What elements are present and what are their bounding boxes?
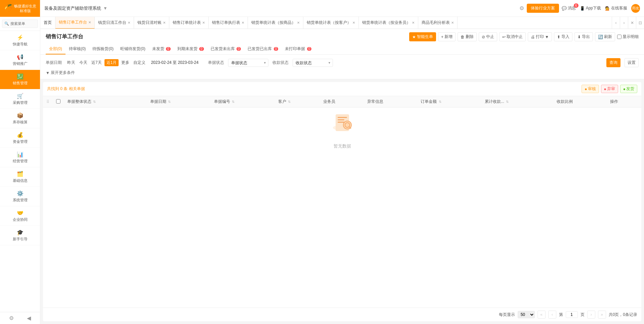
approve-button[interactable]: ● 审核 — [582, 85, 599, 93]
suspend-button[interactable]: ⊘ 中止 — [479, 32, 497, 41]
select-all-checkbox[interactable] — [56, 99, 60, 104]
sort-date-icon[interactable]: ⇅ — [168, 100, 171, 104]
sub-tab-shipped-not-out[interactable]: 已发货未出库 0 — [207, 44, 245, 54]
collapse-sidebar-icon[interactable]: ◀ — [27, 315, 31, 321]
tab-close-shipment-stats-staff[interactable]: ✕ — [412, 21, 415, 25]
sub-tab-shipped-out[interactable]: 已发货已出库 0 — [244, 44, 282, 54]
topbar-settings-icon[interactable]: ⚙ — [519, 5, 524, 11]
tab-cash-reconcile[interactable]: 钱货日清对账 ✕ — [134, 17, 169, 29]
sub-tab-pending-check[interactable]: 待拣验货(0) — [89, 44, 117, 54]
delete-button[interactable]: 🗑 删除 — [458, 32, 477, 41]
sidebar-item-marketing[interactable]: 📢 营销推广 — [0, 50, 40, 70]
tab-close-shipment-stats-customer[interactable]: ✕ — [352, 21, 355, 25]
sub-tabs: 全部(0) 待审核(0) 待拣验货(0) 旺铺待发货(0) 未发货 0 到期未发… — [46, 44, 639, 54]
tab-home[interactable]: 首页 — [40, 17, 55, 29]
date-yesterday[interactable]: 昨天 — [66, 59, 77, 66]
date-custom[interactable]: 自定义 — [132, 59, 147, 66]
pagination: 每页显示 50 10 20 100 « ‹ 第 页 › » 共0页，0条记录 — [43, 308, 641, 321]
sort-customer-icon[interactable]: ⇅ — [288, 100, 291, 104]
sort-number-icon[interactable]: ⇅ — [232, 100, 234, 104]
sub-tab-not-printed[interactable]: 未打印单据 0 — [282, 44, 315, 54]
sidebar-item-inventory[interactable]: 📦 库存核算 — [0, 109, 40, 128]
sub-tab-wangpu[interactable]: 旺铺待发货(0) — [117, 44, 149, 54]
tab-scroll-left-icon[interactable]: ‹ — [612, 17, 620, 29]
tab-close-sales-workbench[interactable]: ✕ — [88, 21, 91, 24]
topbar-message[interactable]: 💬 消息 6 — [562, 5, 576, 11]
tab-close-cash-reconcile[interactable]: ✕ — [163, 21, 166, 25]
sort-amount-icon[interactable]: ⇅ — [439, 100, 441, 104]
page-last-btn[interactable]: » — [598, 311, 606, 319]
tab-sales-exec[interactable]: 销售订单执行表 ✕ — [209, 17, 248, 29]
refresh-icon: 🔄 — [598, 35, 603, 39]
sidebar-item-enterprise[interactable]: 🤝 企业协同 — [0, 206, 40, 226]
industry-btn[interactable]: 体验行业方案 — [527, 4, 559, 13]
tab-gross-margin[interactable]: 商品毛利分析表 ✕ — [418, 17, 458, 29]
export-button[interactable]: ⬇ 导出 — [574, 32, 593, 41]
chevron-down-icon: ▼ — [46, 71, 50, 75]
tab-close-shipment-stats-product[interactable]: ✕ — [297, 21, 300, 25]
content-count: 共找到 0 条 相关单据 — [47, 86, 85, 92]
inventory-icon: 📦 — [17, 112, 24, 119]
topbar-user[interactable]: 用友 — [631, 4, 640, 13]
sort-collected-icon[interactable]: ⇅ — [506, 100, 509, 104]
add-button[interactable]: + 新增 — [438, 32, 456, 41]
page-first-btn[interactable]: « — [538, 311, 546, 319]
sidebar-item-system[interactable]: ⚙️ 系统管理 — [0, 187, 40, 206]
smart-create-button[interactable]: ★ 智能生单 — [409, 32, 436, 41]
tab-close-cash-daily[interactable]: ✕ — [128, 21, 130, 25]
tab-scroll-right-icon[interactable]: › — [620, 17, 628, 29]
date-last7[interactable]: 近7天 — [90, 59, 103, 66]
settings-filter-button[interactable]: 设置 — [625, 58, 639, 67]
page-size-select[interactable]: 50 10 20 100 — [518, 311, 535, 318]
show-detail-checkbox-wrap[interactable]: 显示明细 — [617, 34, 639, 40]
sub-tab-pending-review[interactable]: 待审核(0) — [66, 44, 89, 54]
status-select[interactable]: 单据状态 — [228, 59, 268, 67]
query-button[interactable]: 查询 — [606, 58, 620, 67]
expand-conditions-btn[interactable]: ▼ 展开更多条件 — [46, 70, 639, 76]
search-menu-button[interactable]: 🔍 搜索菜单 — [2, 19, 38, 28]
tab-close-sales-stats[interactable]: ✕ — [202, 21, 205, 25]
sidebar-item-finance[interactable]: 💰 资金管理 — [0, 128, 40, 148]
tab-shipment-stats-customer[interactable]: 销货单统计表（按客户） ✕ — [303, 17, 359, 29]
sort-status-icon[interactable]: ⇅ — [93, 100, 96, 104]
date-more[interactable]: 更多 — [120, 59, 131, 66]
sidebar-item-newbie[interactable]: 🎓 新手引导 — [0, 226, 40, 245]
reject-button[interactable]: ● 弃审 — [601, 85, 618, 93]
tab-cash-daily[interactable]: 钱货日清工作台 ✕ — [95, 17, 134, 29]
page-go-suffix: 页 — [581, 312, 585, 318]
topbar-dropdown-icon[interactable]: ▼ — [103, 6, 108, 11]
date-last1month[interactable]: 近1月 — [104, 59, 119, 66]
approve-icon: ● — [585, 87, 587, 91]
ship-button[interactable]: ● 发货 — [620, 85, 637, 93]
sub-tab-all[interactable]: 全部(0) — [46, 44, 66, 54]
import-button[interactable]: ⬆ 导入 — [554, 32, 572, 41]
tab-shipment-stats-product[interactable]: 销货单统计表（按商品） ✕ — [248, 17, 303, 29]
topbar-online-support[interactable]: 💁 在线客服 — [605, 5, 627, 11]
tab-close-all-icon[interactable]: ✕ — [628, 17, 636, 29]
show-detail-checkbox[interactable] — [617, 35, 621, 39]
refresh-button[interactable]: 🔄 刷新 — [595, 32, 615, 41]
tab-sales-stats[interactable]: 销售订单统计表 ✕ — [169, 17, 209, 29]
date-today[interactable]: 今天 — [78, 59, 89, 66]
tab-close-gross-margin[interactable]: ✕ — [451, 21, 454, 25]
print-button[interactable]: 🖨 打印 ▼ — [528, 32, 552, 41]
settings-bottom-icon[interactable]: ⚙ — [9, 315, 14, 321]
sidebar-item-operations[interactable]: 📊 经营管理 — [0, 148, 40, 167]
tab-shipment-stats-staff[interactable]: 销货单统计表（按业务员） ✕ — [359, 17, 418, 29]
tab-expand-icon[interactable]: ⊡ — [636, 17, 644, 29]
sidebar-item-basic-info[interactable]: 🗂️ 基础信息 — [0, 167, 40, 187]
sidebar-item-sales[interactable]: 💹 销售管理 — [0, 70, 40, 89]
sidebar-item-purchase[interactable]: 🛒 采购管理 — [0, 89, 40, 109]
sub-tab-not-shipped[interactable]: 未发货 0 — [149, 44, 174, 54]
payment-select[interactable]: 收款状态 — [293, 59, 333, 67]
page-prev-btn[interactable]: ‹ — [548, 311, 556, 319]
sidebar-item-quick-nav[interactable]: ⚡ 快捷导航 — [0, 31, 40, 50]
page-input[interactable] — [566, 311, 578, 318]
cancel-suspend-button[interactable]: ↩ 取消中止 — [499, 32, 526, 41]
topbar-app-download[interactable]: 📱 App下载 — [580, 5, 601, 11]
tab-sales-workbench[interactable]: 销售订单工作台 ✕ — [55, 17, 95, 29]
sub-tab-expired-not-shipped[interactable]: 到期未发货 0 — [174, 44, 207, 54]
page-next-btn[interactable]: › — [587, 311, 595, 319]
tab-close-sales-exec[interactable]: ✕ — [242, 21, 244, 25]
tab-shipment-stats-customer-label: 销货单统计表（按客户） — [307, 20, 351, 26]
